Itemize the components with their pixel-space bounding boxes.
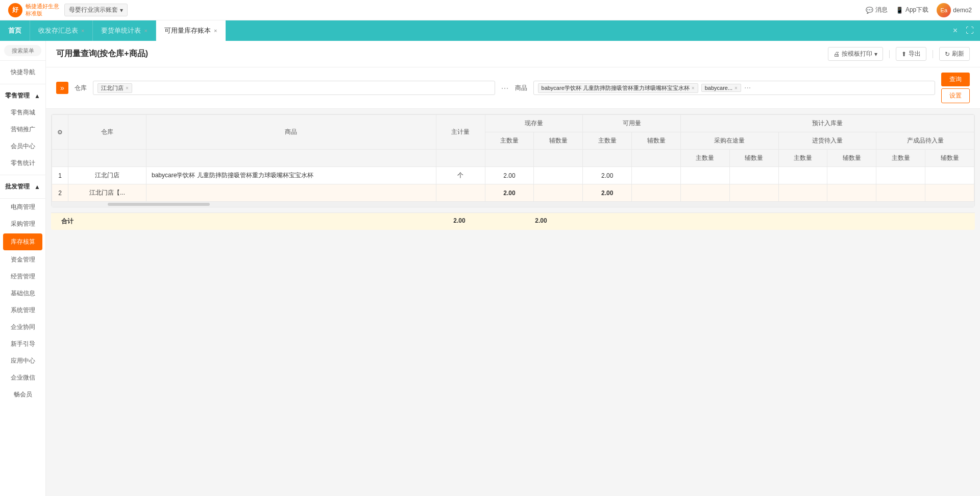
row-pt-aux bbox=[729, 167, 778, 184]
row-pt-main-2 bbox=[680, 184, 729, 202]
sidebar-quick-nav: 快捷导航 bbox=[0, 61, 45, 84]
row-pw-aux bbox=[925, 167, 974, 184]
col-iw-main: 主数量 bbox=[778, 150, 827, 167]
sidebar-item-operations[interactable]: 经营管理 bbox=[0, 268, 45, 285]
col-available-main: 主数量 bbox=[583, 132, 632, 150]
filter-row: 仓库 江北门店 × ··· 商品 babycare学饮杯 儿童防摔防撞吸管杯重力… bbox=[75, 81, 935, 95]
logo: 好 畅捷通好生意 标准版 bbox=[8, 3, 59, 17]
row-warehouse-2: 江北门店【... bbox=[68, 184, 146, 202]
total-available-main: 2.00 bbox=[521, 217, 561, 226]
col-current-main: 主数量 bbox=[485, 132, 534, 150]
col-pt-main: 主数量 bbox=[680, 150, 729, 167]
sidebar-item-system[interactable]: 系统管理 bbox=[0, 302, 45, 319]
row-avail-main: 2.00 bbox=[583, 167, 632, 184]
col-pw-main: 主数量 bbox=[876, 150, 925, 167]
tab-available-stock[interactable]: 可用量库存账本 × bbox=[156, 20, 226, 41]
sidebar-item-enterprise[interactable]: 企业协同 bbox=[0, 319, 45, 336]
row-unit-2 bbox=[436, 184, 485, 202]
sidebar-section-retail-header[interactable]: 零售管理 ▲ bbox=[0, 87, 45, 104]
col-settings[interactable]: ⚙ bbox=[52, 115, 68, 150]
footer-total-row: 合计 2.00 2.00 bbox=[51, 212, 975, 230]
sidebar-item-finance[interactable]: 资金管理 bbox=[0, 251, 45, 268]
col-current-aux: 辅数量 bbox=[534, 132, 583, 150]
product-filter-tags[interactable]: babycare学饮杯 儿童防摔防撞吸管杯重力球吸嘴杯宝宝水杯 × babyca… bbox=[533, 81, 936, 95]
query-btn[interactable]: 查询 bbox=[941, 73, 970, 86]
user-menu[interactable]: Ea demo2 bbox=[937, 3, 972, 17]
filter-toggle-btn[interactable]: » bbox=[56, 82, 68, 94]
col-purchase-transit: 采购在途量 bbox=[680, 132, 778, 150]
search-input[interactable] bbox=[4, 45, 41, 56]
sidebar-section-wholesale-header[interactable]: 批发管理 ▲ bbox=[0, 178, 45, 195]
industry-select[interactable]: 母婴行业演示账套 ▾ bbox=[64, 4, 128, 16]
row-avail-main-2: 2.00 bbox=[583, 184, 632, 202]
total-current-main: 2.00 bbox=[439, 217, 480, 226]
sidebar-item-marketing[interactable]: 营销推广 bbox=[0, 121, 45, 138]
tab-home[interactable]: 首页 bbox=[0, 20, 30, 41]
remove-product-tag-1[interactable]: × bbox=[692, 85, 695, 91]
sidebar-section-retail: 零售管理 ▲ 零售商城 营销推广 会员中心 零售统计 bbox=[0, 84, 45, 175]
sidebar-item-enterprise-wechat[interactable]: 企业微信 bbox=[0, 369, 45, 386]
chevron-icon-2: ▲ bbox=[34, 183, 40, 191]
nav-spacer bbox=[226, 20, 946, 41]
sidebar-item-app-center[interactable]: 应用中心 bbox=[0, 352, 45, 369]
export-icon: ⬆ bbox=[901, 51, 906, 58]
col-available-qty: 可用量 bbox=[583, 115, 681, 132]
total-label: 合计 bbox=[61, 217, 204, 226]
logo-text: 畅捷通好生意 标准版 bbox=[26, 3, 59, 16]
row-index: 1 bbox=[52, 167, 68, 184]
window-controls: × ⛶ bbox=[947, 20, 980, 41]
row-warehouse: 江北门店 bbox=[68, 167, 146, 184]
template-print-btn[interactable]: 🖨 按模板打印 ▾ bbox=[828, 47, 883, 61]
sidebar-item-guide[interactable]: 新手引导 bbox=[0, 336, 45, 352]
product-tag-2[interactable]: babycare... × bbox=[701, 84, 741, 92]
export-btn[interactable]: ⬆ 导出 bbox=[896, 47, 926, 61]
action-separator bbox=[889, 50, 890, 58]
tab-order-stats[interactable]: 要货单统计表 × bbox=[93, 20, 156, 41]
refresh-btn[interactable]: ↻ 刷新 bbox=[939, 47, 970, 61]
top-bar-right: 💬 消息 📱 App下载 Ea demo2 bbox=[866, 3, 972, 17]
table-row: 2 江北门店【... 2.00 2.00 bbox=[52, 184, 974, 202]
row-iw-aux-2 bbox=[827, 184, 876, 202]
quick-nav-item[interactable]: 快捷导航 bbox=[0, 64, 45, 81]
print-icon: 🖨 bbox=[834, 51, 840, 58]
col-iw-aux: 辅数量 bbox=[827, 150, 876, 167]
remove-warehouse-tag[interactable]: × bbox=[126, 85, 129, 91]
close-tab-available[interactable]: × bbox=[214, 28, 217, 34]
message-btn[interactable]: 💬 消息 bbox=[866, 6, 888, 14]
sidebar-item-retail-mall[interactable]: 零售商城 bbox=[0, 104, 45, 121]
horizontal-scrollbar[interactable] bbox=[52, 202, 974, 207]
maximize-btn[interactable]: ⛶ bbox=[964, 24, 976, 37]
close-tab-order[interactable]: × bbox=[144, 28, 147, 34]
col-product: 商品 bbox=[146, 115, 436, 150]
warehouse-filter-tags[interactable]: 江北门店 × bbox=[93, 81, 495, 95]
page-actions: 🖨 按模板打印 ▾ ⬆ 导出 ↻ 刷新 bbox=[828, 47, 970, 61]
row-unit: 个 bbox=[436, 167, 485, 184]
product-tag-1[interactable]: babycare学饮杯 儿童防摔防撞吸管杯重力球吸嘴杯宝宝水杯 × bbox=[538, 83, 698, 93]
warehouse-tag-jiangbei[interactable]: 江北门店 × bbox=[97, 83, 132, 93]
row-pw-main bbox=[876, 167, 925, 184]
row-current-aux bbox=[534, 167, 583, 184]
sidebar-item-ecommerce[interactable]: 电商管理 bbox=[0, 199, 45, 216]
row-avail-aux bbox=[632, 167, 681, 184]
remove-product-tag-2[interactable]: × bbox=[734, 85, 738, 91]
page-title: 可用量查询(按仓库+商品) bbox=[56, 49, 148, 59]
sidebar-item-retail-stats[interactable]: 零售统计 bbox=[0, 155, 45, 172]
row-iw-main-2 bbox=[778, 184, 827, 202]
close-window-btn[interactable]: × bbox=[951, 24, 960, 37]
sidebar-item-members[interactable]: 会员中心 bbox=[0, 138, 45, 155]
logo-icon: 好 bbox=[8, 3, 22, 17]
chevron-down-icon-2: ▾ bbox=[874, 51, 877, 58]
tab-receive-summary[interactable]: 收发存汇总表 × bbox=[30, 20, 93, 41]
settings-btn[interactable]: 设置 bbox=[941, 88, 970, 103]
table-row: 1 江北门店 babycare学饮杯 儿童防摔防撞吸管杯重力球吸嘴杯宝宝水杯 个… bbox=[52, 167, 974, 184]
sidebar-item-stock-check[interactable]: 库存核算 bbox=[3, 233, 42, 250]
close-tab-receive[interactable]: × bbox=[81, 28, 84, 34]
sidebar-item-basic-info[interactable]: 基础信息 bbox=[0, 285, 45, 302]
col-main-unit: 主计量 bbox=[436, 115, 485, 150]
sidebar-item-purchase[interactable]: 采购管理 bbox=[0, 216, 45, 232]
sidebar-item-member-service[interactable]: 畅会员 bbox=[0, 386, 45, 403]
row-pt-aux-2 bbox=[729, 184, 778, 202]
scroll-thumb[interactable] bbox=[108, 203, 210, 206]
warehouse-more-btn[interactable]: ··· bbox=[501, 83, 509, 93]
app-download-btn[interactable]: 📱 App下载 bbox=[896, 6, 928, 14]
